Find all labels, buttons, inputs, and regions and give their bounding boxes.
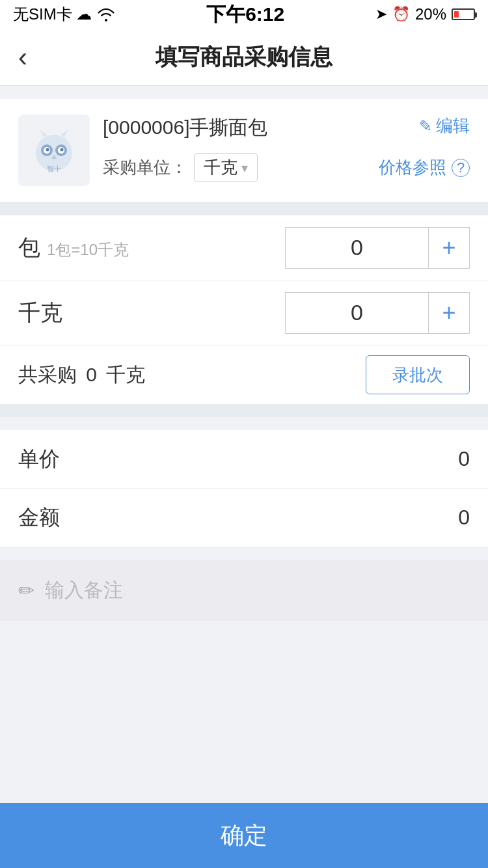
product-top-row: [0000006]手撕面包 ✎ 编辑 xyxy=(103,115,470,141)
product-unit-row: 采购单位： 千克 ▾ 价格参照 ? xyxy=(103,153,470,182)
edit-button[interactable]: ✎ 编辑 xyxy=(419,115,470,137)
amount-row: 金额 0 xyxy=(0,489,488,547)
battery-icon xyxy=(452,8,475,20)
kg-input-controls: + xyxy=(285,292,470,334)
status-right: ➤ ⏰ 20% xyxy=(375,5,475,23)
quantity-section: 包 1包=10千克 + 千克 + 共采购 0 千克 录批次 xyxy=(0,215,488,404)
kg-quantity-input[interactable] xyxy=(285,292,428,334)
no-sim-label: 无SIM卡 ☁ xyxy=(13,4,92,25)
product-name: [0000006]手撕面包 xyxy=(103,115,267,141)
status-left: 无SIM卡 ☁ xyxy=(13,4,115,25)
location-icon: ➤ xyxy=(375,6,387,23)
nav-bar: ‹ 填写商品采购信息 xyxy=(0,29,488,86)
bag-label-group: 包 1包=10千克 xyxy=(18,233,129,263)
bag-input-controls: + xyxy=(285,227,470,269)
wifi-icon xyxy=(97,7,115,21)
note-input[interactable]: 输入备注 xyxy=(45,577,123,604)
page-title: 填写商品采购信息 xyxy=(156,42,332,72)
price-ref-label: 价格参照 xyxy=(379,156,446,179)
svg-point-5 xyxy=(46,148,49,152)
unit-selector-group: 采购单位： 千克 ▾ xyxy=(103,153,258,182)
batch-button[interactable]: 录批次 xyxy=(366,355,470,394)
back-button[interactable]: ‹ xyxy=(18,44,27,71)
total-label: 共采购 0 千克 xyxy=(18,362,145,388)
kg-quantity-row: 千克 + xyxy=(0,280,488,346)
battery-percent: 20% xyxy=(415,5,446,23)
confirm-button[interactable]: 确定 xyxy=(221,820,267,852)
total-unit: 千克 xyxy=(106,364,145,385)
svg-point-6 xyxy=(61,148,64,152)
section-divider-2 xyxy=(0,404,488,417)
price-ref-help-icon: ? xyxy=(452,159,470,177)
kg-label: 千克 xyxy=(18,298,62,328)
alarm-icon: ⏰ xyxy=(392,6,410,23)
bag-plus-button[interactable]: + xyxy=(428,227,470,269)
unit-price-value: 0 xyxy=(458,447,470,471)
edit-icon: ✎ xyxy=(419,117,432,135)
product-thumbnail: 智十 xyxy=(18,115,90,186)
bag-label: 包 xyxy=(18,233,40,263)
svg-text:智十: 智十 xyxy=(47,165,61,172)
bottom-space xyxy=(0,621,488,751)
dropdown-arrow-icon: ▾ xyxy=(241,160,248,176)
unit-price-row: 单价 0 xyxy=(0,430,488,489)
confirm-bar[interactable]: 确定 xyxy=(0,803,488,868)
status-time: 下午6:12 xyxy=(206,1,284,28)
edit-label: 编辑 xyxy=(436,115,470,137)
total-value: 0 xyxy=(86,364,97,385)
total-prefix: 共采购 xyxy=(18,364,77,385)
unit-price-label: 单价 xyxy=(18,445,60,474)
bag-quantity-row: 包 1包=10千克 + xyxy=(0,215,488,280)
note-pencil-icon: ✏ xyxy=(18,579,34,602)
info-section: 单价 0 金额 0 xyxy=(0,430,488,547)
amount-label: 金额 xyxy=(18,504,60,532)
kg-plus-button[interactable]: + xyxy=(428,292,470,334)
status-bar: 无SIM卡 ☁ 下午6:12 ➤ ⏰ 20% xyxy=(0,0,488,29)
bag-sub-label: 1包=10千克 xyxy=(47,239,129,260)
bag-quantity-input[interactable] xyxy=(285,227,428,269)
product-card: 智十 [0000006]手撕面包 ✎ 编辑 采购单位： 千克 ▾ 价格参照 ? xyxy=(0,99,488,202)
svg-marker-8 xyxy=(40,129,47,137)
product-logo: 智十 xyxy=(28,124,80,176)
unit-dropdown[interactable]: 千克 ▾ xyxy=(194,153,258,182)
section-divider-1 xyxy=(0,202,488,215)
unit-value: 千克 xyxy=(204,156,237,179)
product-info: [0000006]手撕面包 ✎ 编辑 采购单位： 千克 ▾ 价格参照 ? xyxy=(103,115,470,182)
kg-label-group: 千克 xyxy=(18,298,62,328)
price-ref-button[interactable]: 价格参照 ? xyxy=(379,156,470,179)
note-section[interactable]: ✏ 输入备注 xyxy=(0,560,488,621)
unit-label: 采购单位： xyxy=(103,156,187,179)
amount-value: 0 xyxy=(458,506,470,530)
svg-marker-9 xyxy=(61,129,68,137)
total-row: 共采购 0 千克 录批次 xyxy=(0,346,488,404)
